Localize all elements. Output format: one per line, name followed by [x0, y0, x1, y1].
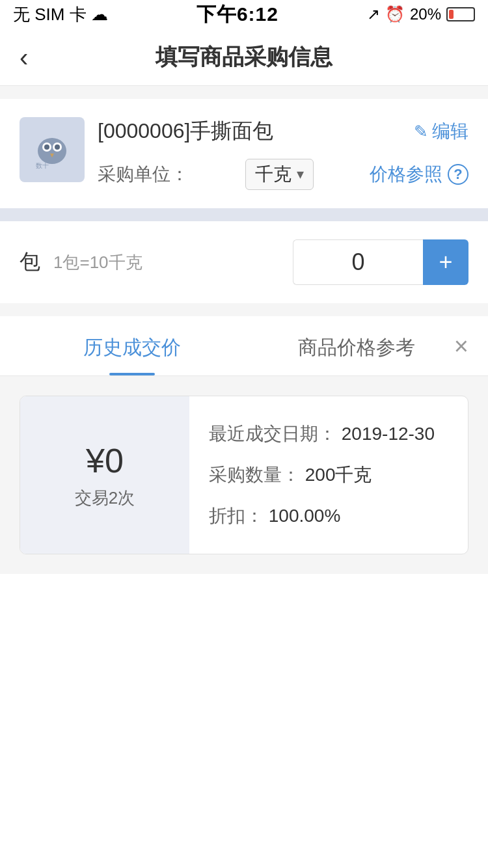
product-info: [0000006]手撕面包 ✎ 编辑 采购单位： 千克 ▾ 价格参照 ? [98, 117, 468, 190]
back-button[interactable]: ‹ [20, 44, 28, 70]
nav-icon: ↗ [367, 5, 380, 23]
history-card: ¥0 交易2次 最近成交日期： 2019-12-30 采购数量： 200千克 折… [20, 396, 468, 554]
purchase-qty-row: 采购数量： 200千克 [209, 461, 448, 490]
history-price-value: ¥0 [86, 441, 124, 480]
status-bar: 无 SIM 卡 ☁ 下午6:12 ↗ ⏰ 20% [0, 0, 488, 29]
unit-description: 1包=10千克 [53, 251, 280, 274]
recent-date-value: 2019-12-30 [342, 424, 435, 444]
discount-value: 100.00% [269, 506, 341, 526]
battery-percent: 20% [410, 5, 441, 23]
tab-bar: 历史成交价 商品价格参考 × [0, 316, 488, 376]
quantity-increment-button[interactable]: + [423, 239, 468, 285]
unit-select[interactable]: 千克 ▾ [245, 159, 314, 190]
edit-icon: ✎ [414, 122, 428, 142]
quantity-row: 包 1包=10千克 + [0, 221, 488, 303]
history-trades-count: 交易2次 [75, 487, 135, 509]
history-details-section: 最近成交日期： 2019-12-30 采购数量： 200千克 折扣： 100.0… [189, 396, 468, 554]
bottom-space [0, 574, 488, 868]
svg-text:数十: 数十 [36, 162, 49, 169]
status-time: 下午6:12 [197, 1, 278, 28]
product-card: 数十 [0000006]手撕面包 ✎ 编辑 采购单位： 千克 ▾ [0, 99, 488, 208]
chevron-down-icon: ▾ [297, 166, 304, 183]
alarm-icon: ⏰ [385, 5, 405, 23]
tab-product-price[interactable]: 商品价格参考 [244, 316, 468, 375]
unit-badge: 包 [20, 248, 40, 277]
edit-button[interactable]: ✎ 编辑 [414, 119, 468, 144]
purchase-unit-label: 采购单位： [98, 162, 189, 187]
discount-row: 折扣： 100.00% [209, 502, 448, 531]
quantity-input[interactable] [293, 239, 423, 285]
sim-label: 无 SIM 卡 ☁ [13, 3, 108, 26]
help-icon: ? [448, 164, 468, 185]
purchase-qty-value: 200千克 [305, 465, 372, 485]
tab-content: ¥0 交易2次 最近成交日期： 2019-12-30 采购数量： 200千克 折… [0, 376, 488, 574]
header: ‹ 填写商品采购信息 [0, 29, 488, 86]
product-logo-icon: 数十 [33, 130, 72, 169]
svg-point-0 [38, 138, 66, 164]
price-reference-button[interactable]: 价格参照 ? [370, 162, 468, 187]
section-divider [0, 208, 488, 221]
recent-date-label: 最近成交日期： [209, 424, 336, 444]
svg-point-3 [44, 144, 49, 150]
recent-date-row: 最近成交日期： 2019-12-30 [209, 420, 448, 449]
page-title: 填写商品采购信息 [156, 42, 332, 72]
history-price-section: ¥0 交易2次 [20, 396, 189, 554]
product-thumbnail: 数十 [20, 117, 85, 182]
close-tab-button[interactable]: × [454, 334, 468, 359]
quantity-input-group: + [293, 239, 468, 285]
tab-history-price[interactable]: 历史成交价 [20, 316, 244, 375]
product-name: [0000006]手撕面包 [98, 117, 273, 146]
status-right: ↗ ⏰ 20% [367, 5, 475, 23]
svg-point-4 [55, 144, 60, 150]
purchase-qty-label: 采购数量： [209, 465, 300, 485]
battery-icon [446, 7, 475, 21]
discount-label: 折扣： [209, 506, 264, 526]
status-left: 无 SIM 卡 ☁ [13, 3, 108, 26]
